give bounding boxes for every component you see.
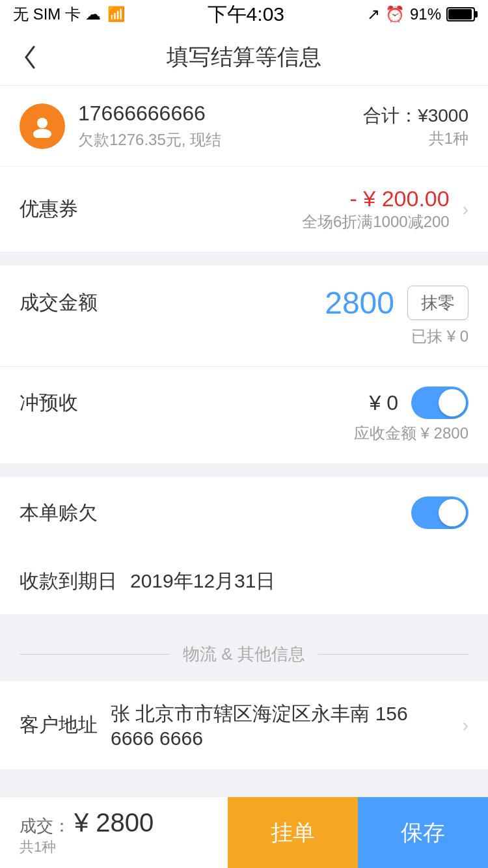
prepay-amount: ¥ 0: [370, 391, 398, 415]
bottom-deal-label: 成交：: [20, 815, 70, 837]
coupon-label: 优惠券: [20, 196, 78, 223]
due-date-label: 收款到期日: [20, 568, 117, 595]
battery-percent: 91%: [410, 5, 441, 23]
prepay-top: 冲预收 ¥ 0: [20, 387, 468, 419]
customer-right: 合计：¥3000 共1种: [363, 103, 468, 149]
page-title: 填写结算等信息: [167, 42, 321, 72]
debt-label: 本单赊欠: [20, 500, 98, 526]
status-bar: 无 SIM 卡 ☁ 📶 下午4:03 ↗ ⏰ 91%: [0, 0, 488, 29]
separator-3: [0, 614, 488, 627]
deal-label: 成交金额: [20, 290, 98, 316]
round-button[interactable]: 抹零: [407, 286, 468, 320]
prepay-right: ¥ 0: [370, 387, 468, 419]
address-chevron-icon: ›: [463, 715, 468, 736]
svg-point-1: [33, 129, 51, 138]
due-date-value: 2019年12月31日: [130, 568, 275, 595]
location-icon: ↗: [367, 5, 380, 23]
alarm-icon: ⏰: [385, 5, 405, 23]
bottom-bar: 成交： ¥ 2800 共1种 挂单 保存: [0, 796, 488, 868]
status-right: ↗ ⏰ 91%: [367, 5, 475, 23]
deal-right: 2800 抹零: [325, 285, 468, 321]
header: 填写结算等信息: [0, 29, 488, 86]
content: 17666666666 欠款1276.35元, 现结 合计：¥3000 共1种 …: [0, 86, 488, 868]
deal-amount: 2800: [325, 285, 394, 321]
customer-card: 17666666666 欠款1276.35元, 现结 合计：¥3000 共1种: [0, 86, 488, 167]
debt-row: 本单赊欠: [0, 477, 488, 549]
save-button[interactable]: 保存: [358, 797, 488, 868]
debt-toggle-knob: [439, 499, 466, 526]
separator-2: [0, 464, 488, 477]
prepay-sub: 应收金额 ¥ 2800: [20, 423, 468, 444]
debt-toggle[interactable]: [411, 496, 468, 529]
prepay-label: 冲预收: [20, 390, 78, 416]
coupon-value: - ¥ 200.00: [302, 186, 450, 211]
battery-icon: [446, 7, 475, 21]
address-label: 客户地址: [20, 712, 98, 739]
customer-info: 17666666666 欠款1276.35元, 现结: [78, 102, 221, 150]
bottom-deal-amount: ¥ 2800: [74, 808, 154, 837]
coupon-chevron-icon: ›: [463, 199, 468, 220]
section-header-text: 物流 & 其他信息: [183, 643, 305, 666]
section-line-left: [20, 654, 170, 655]
bottom-summary: 成交： ¥ 2800 共1种: [0, 797, 228, 868]
avatar: [20, 103, 65, 149]
coupon-desc: 全场6折满1000减200: [302, 211, 450, 232]
status-time: 下午4:03: [208, 1, 284, 28]
deal-row-top: 成交金额 2800 抹零: [20, 285, 468, 321]
customer-left: 17666666666 欠款1276.35元, 现结: [20, 102, 221, 150]
due-date-row: 收款到期日 2019年12月31日: [0, 549, 488, 614]
toggle-knob: [439, 389, 466, 416]
status-left: 无 SIM 卡 ☁ 📶: [13, 4, 125, 25]
svg-point-0: [37, 118, 47, 128]
coupon-right: - ¥ 200.00 全场6折满1000减200 ›: [302, 186, 468, 232]
prepay-toggle[interactable]: [411, 387, 468, 419]
customer-count: 共1种: [363, 128, 468, 149]
customer-debt: 欠款1276.35元, 现结: [78, 129, 221, 150]
wifi-icon: 📶: [107, 6, 125, 23]
back-button[interactable]: [16, 43, 44, 72]
coupon-row[interactable]: 优惠券 - ¥ 200.00 全场6折满1000减200 ›: [0, 167, 488, 252]
customer-phone: 17666666666: [78, 102, 221, 126]
deal-sub: 已抹 ¥ 0: [20, 326, 468, 347]
address-row[interactable]: 客户地址 张 北京市市辖区海淀区永丰南 156 6666 6666 ›: [0, 681, 488, 769]
customer-total: 合计：¥3000: [363, 103, 468, 128]
deal-row: 成交金额 2800 抹零 已抹 ¥ 0: [0, 265, 488, 367]
hang-button[interactable]: 挂单: [228, 797, 358, 868]
address-value: 张 北京市市辖区海淀区永丰南 156 6666 6666: [111, 701, 456, 750]
separator-1: [0, 252, 488, 265]
prepay-row: 冲预收 ¥ 0 应收金额 ¥ 2800: [0, 367, 488, 464]
section-line-right: [318, 654, 468, 655]
bottom-count: 共1种: [20, 837, 208, 857]
section-header: 物流 & 其他信息: [0, 627, 488, 681]
sim-label: 无 SIM 卡 ☁: [13, 4, 101, 25]
